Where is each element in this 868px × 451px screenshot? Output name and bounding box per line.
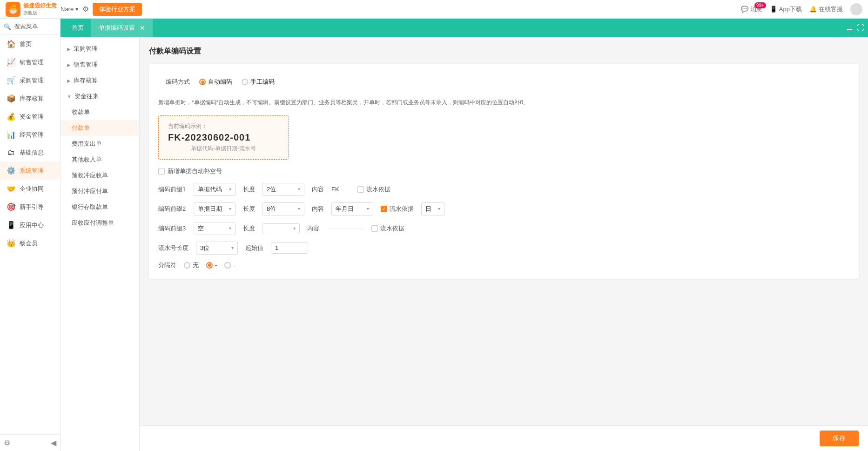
tab-maximize-icon[interactable]: ⛶: [857, 24, 864, 32]
prefix3-label: 编码前缀3: [158, 224, 186, 233]
auto-radio-dot: [201, 81, 204, 84]
app-logo: 🐣 畅捷通好生意 旗舰版: [6, 2, 57, 17]
prefix1-select[interactable]: 单据代码 ▾: [194, 183, 236, 196]
sep-dot-circle: [224, 262, 231, 269]
prefix2-len-select[interactable]: 8位 ▾: [262, 202, 304, 215]
chevron-right-icon3: ▶: [67, 78, 71, 83]
sub-menu-item-bank-deposit[interactable]: 银行存取款单: [61, 199, 139, 215]
prefix2-chevron-icon: ▾: [229, 206, 231, 211]
search-icon: 🔍: [4, 23, 11, 30]
app-download[interactable]: 📱 App下载: [770, 5, 802, 13]
sub-menu-item-receive[interactable]: 收款单: [61, 104, 139, 120]
sep-dash-radio[interactable]: -: [206, 262, 217, 269]
sidebar-item-system[interactable]: ⚙️ 系统管理: [0, 162, 60, 180]
sub-menu-item-expense[interactable]: 费用支出单: [61, 136, 139, 152]
flow-number-row: 流水号长度 3位 ▾ 起始值 1: [158, 242, 849, 255]
sidebar-item-member[interactable]: 👑 畅会员: [0, 234, 60, 252]
prefix3-select[interactable]: 空 ▾: [194, 222, 236, 235]
sidebar: 🔍 搜索菜单 🏠 首页 📈 销售管理 🛒 采购管理 📦 库存核算 💰 资金管理 …: [0, 19, 61, 451]
sub-menu-title-sales[interactable]: ▶ 销售管理: [61, 57, 139, 73]
user-avatar[interactable]: [850, 3, 862, 15]
tab-minimize-icon[interactable]: 🗕: [846, 24, 853, 32]
prefix2-content-label: 内容: [312, 205, 324, 213]
flow-select[interactable]: 3位 ▾: [196, 242, 238, 255]
sub-menu-item-other-income[interactable]: 其他收入单: [61, 152, 139, 168]
system-icon: ⚙️: [7, 166, 16, 175]
message-icon[interactable]: 💬 消息 99+: [741, 5, 762, 13]
sub-menu-title-inventory[interactable]: ▶ 库存核算: [61, 73, 139, 88]
sidebar-item-guide[interactable]: 🎯 新手引导: [0, 198, 60, 216]
encode-method-label: 编码方式: [166, 78, 190, 86]
prefix2-stream-checkbox: ✓: [381, 206, 387, 212]
prefix1-chevron-icon: ▾: [229, 187, 231, 192]
prefix2-stream-check[interactable]: ✓ 流水依据: [381, 205, 414, 213]
prefix1-stream-check[interactable]: 流水依据: [357, 185, 390, 194]
sub-menu-item-prepay-receivable[interactable]: 预收冲应收单: [61, 168, 139, 183]
nav-dropdown[interactable]: Nare ▾: [61, 6, 79, 13]
sidebar-item-home[interactable]: 🏠 首页: [0, 35, 60, 53]
online-service[interactable]: 🔔 在线客服: [809, 5, 843, 13]
sep-none-radio[interactable]: 无: [184, 261, 199, 269]
auto-fill-checkbox[interactable]: [158, 168, 165, 175]
sub-menu-item-prepay-payable[interactable]: 预付冲应付单: [61, 183, 139, 199]
sep-dash-circle: [206, 262, 213, 269]
sidebar-search[interactable]: 🔍 搜索菜单: [0, 19, 60, 35]
sep-dot-radio[interactable]: .: [224, 262, 235, 269]
prefix-row-1: 编码前缀1 单据代码 ▾ 长度 2位 ▾ 内容 FK: [158, 183, 849, 196]
sub-menu-item-pay[interactable]: 付款单: [61, 120, 139, 136]
settings-icon[interactable]: ⚙: [82, 5, 89, 13]
sep-dash-dot: [208, 263, 211, 267]
tab-home[interactable]: 首页: [64, 19, 91, 37]
page-title: 付款单编码设置: [149, 47, 859, 56]
prefix3-len-chevron-icon: ▾: [293, 226, 296, 231]
prefix2-content-select[interactable]: 年月日 ▾: [331, 202, 373, 215]
logo-text: 畅捷通好生意 旗舰版: [23, 2, 57, 16]
collapse-icon[interactable]: ◀: [51, 438, 56, 447]
prefix3-stream-check[interactable]: 流水依据: [371, 224, 404, 233]
trial-button[interactable]: 体验行业方案: [93, 3, 142, 16]
sidebar-item-inventory[interactable]: 📦 库存核算: [0, 89, 60, 108]
sidebar-item-sales[interactable]: 📈 销售管理: [0, 53, 60, 71]
sidebar-item-apps[interactable]: 📱 应用中心: [0, 216, 60, 234]
auto-encode-radio[interactable]: 自动编码: [199, 78, 232, 86]
save-button[interactable]: 保存: [820, 431, 859, 446]
sub-group-inventory: ▶ 库存核算: [61, 73, 139, 88]
sub-menu-title-purchase[interactable]: ▶ 采购管理: [61, 41, 139, 57]
sidebar-item-ops[interactable]: 📊 经营管理: [0, 126, 60, 144]
sub-sidebar: ▶ 采购管理 ▶ 销售管理 ▶ 库存核算 ▼ 资金往来: [61, 37, 140, 451]
sidebar-item-base[interactable]: 🗂 基础信息: [0, 144, 60, 162]
main-area: 首页 单据编码设置 ✕ 🗕 ⛶ ▶ 采购管理 ▶ 销售管理: [61, 19, 868, 451]
settings-gear-icon[interactable]: ⚙: [4, 438, 10, 447]
prefix1-len-select[interactable]: 2位 ▾: [262, 183, 304, 196]
tab-bar-actions: 🗕 ⛶: [846, 24, 864, 32]
prefix1-label: 编码前缀1: [158, 185, 186, 194]
tab-encode[interactable]: 单据编码设置 ✕: [91, 19, 153, 37]
tab-close-icon[interactable]: ✕: [140, 24, 145, 32]
top-bar-nav: Nare ▾ ⚙ 体验行业方案: [61, 3, 142, 16]
member-icon: 👑: [7, 239, 16, 248]
manual-encode-radio[interactable]: 手工编码: [242, 78, 275, 86]
prefix2-label: 编码前缀2: [158, 205, 186, 213]
sidebar-item-finance[interactable]: 💰 资金管理: [0, 108, 60, 126]
manual-radio-circle: [242, 79, 248, 85]
prefix3-stream-checkbox: [371, 225, 378, 232]
start-value-input[interactable]: 1: [271, 242, 308, 254]
info-text: 新增单据时，*单据编码*自动生成，不可编辑。前缀设置为部门、业务员等档案类，开单…: [158, 98, 849, 108]
main-panel-wrapper: 付款单编码设置 编码方式 自动编码 手工编码: [140, 37, 868, 451]
sidebar-item-purchase[interactable]: 🛒 采购管理: [0, 71, 60, 89]
sales-icon: 📈: [7, 58, 16, 67]
prefix2-len-label: 长度: [243, 205, 255, 213]
prefix3-content-label: 内容: [307, 224, 319, 233]
code-preview-label: 当前编码示例：: [168, 122, 279, 130]
sub-menu-item-ap-adjust[interactable]: 应收应付调整单: [61, 215, 139, 231]
prefix3-len-select[interactable]: ▾: [262, 223, 300, 233]
prefix2-select[interactable]: 单据日期 ▾: [194, 202, 236, 215]
prefix2-stream-select[interactable]: 日 ▾: [421, 202, 444, 215]
panel: 付款单编码设置 编码方式 自动编码 手工编码: [140, 37, 868, 425]
sidebar-item-collab[interactable]: 🤝 企业协同: [0, 180, 60, 198]
guide-icon: 🎯: [7, 202, 16, 211]
prefix1-len-label: 长度: [243, 185, 255, 194]
sub-menu-title-finance[interactable]: ▼ 资金往来: [61, 88, 139, 104]
flow-chevron-icon: ▾: [231, 245, 234, 250]
code-preview-sub: 单据代码-单据日期-流水号: [168, 145, 279, 153]
